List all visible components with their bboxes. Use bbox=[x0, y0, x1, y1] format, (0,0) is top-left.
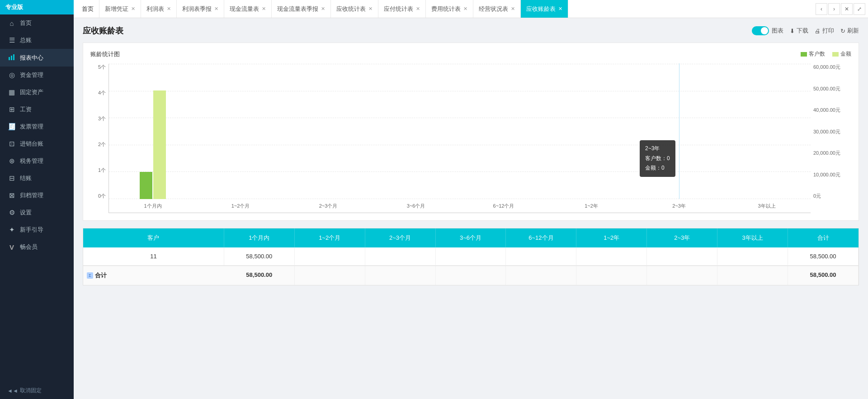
sidebar-item-stock[interactable]: ⊡ 进销台账 bbox=[0, 135, 74, 152]
home-icon: ⌂ bbox=[7, 19, 16, 27]
payroll-icon: ⊞ bbox=[7, 105, 16, 114]
sidebar-item-tax[interactable]: ⊛ 税务管理 bbox=[0, 152, 74, 170]
sidebar-item-archive[interactable]: ⊠ 归档管理 bbox=[0, 187, 74, 204]
guide-icon: ✦ bbox=[7, 226, 16, 234]
tab-label: 现金流量表 bbox=[230, 5, 259, 13]
tab-close-icon[interactable]: ✕ bbox=[131, 6, 135, 12]
sidebar-item-label: 固定资产 bbox=[20, 88, 43, 96]
tab-close-icon[interactable]: ✕ bbox=[368, 6, 373, 12]
print-button[interactable]: 🖨 打印 bbox=[815, 27, 834, 35]
th-month36: 3~6个月 bbox=[436, 228, 506, 247]
customer-bar-0[interactable] bbox=[140, 172, 152, 199]
refresh-button[interactable]: ↻ 刷新 bbox=[840, 27, 859, 35]
sidebar-item-assets[interactable]: ▦ 固定资产 bbox=[0, 84, 74, 101]
refresh-label: 刷新 bbox=[847, 27, 859, 35]
tab-profit-quarter[interactable]: 利润表季报 ✕ bbox=[177, 0, 224, 18]
sidebar-item-guide[interactable]: ✦ 新手引导 bbox=[0, 221, 74, 238]
td-year3plus bbox=[717, 247, 788, 265]
tab-label: 首页 bbox=[82, 5, 94, 13]
toggle-track[interactable] bbox=[752, 26, 769, 35]
table-footer: Σ 合计 58,500.00 58,500.00 bbox=[83, 266, 859, 285]
sidebar-item-vip[interactable]: V 畅会员 bbox=[0, 238, 74, 256]
tab-home[interactable]: 首页 bbox=[76, 0, 99, 18]
bar-group-0 bbox=[109, 90, 197, 199]
legend-amount-color bbox=[832, 52, 839, 57]
tab-aging[interactable]: 应收账龄表 ✕ bbox=[521, 0, 568, 18]
tab-close-icon[interactable]: ✕ bbox=[321, 6, 325, 12]
footer-year3plus bbox=[717, 266, 788, 285]
sidebar-item-label: 设置 bbox=[20, 209, 32, 217]
td-year12 bbox=[576, 247, 647, 265]
print-label: 打印 bbox=[822, 27, 834, 35]
sidebar-item-settings[interactable]: ⚙ 设置 bbox=[0, 204, 74, 221]
footer-month1: 58,500.00 bbox=[224, 266, 295, 285]
tab-close-icon[interactable]: ✕ bbox=[416, 6, 420, 12]
download-button[interactable]: ⬇ 下载 bbox=[790, 27, 808, 35]
y-right-label: 0元 bbox=[813, 193, 821, 200]
collapse-sidebar-button[interactable]: ◄◄ 取消固定 bbox=[0, 382, 74, 399]
sidebar-item-label: 畅会员 bbox=[20, 243, 38, 251]
y-right-label: 20,000.00元 bbox=[813, 150, 840, 157]
x-label-3: 3~6个月 bbox=[372, 199, 460, 213]
tab-next-button[interactable]: › bbox=[828, 3, 840, 15]
footer-year12 bbox=[576, 266, 647, 285]
tab-label: 应收账龄表 bbox=[526, 5, 556, 13]
tab-voucher[interactable]: 新增凭证 ✕ bbox=[99, 0, 141, 18]
tab-cashflow[interactable]: 现金流量表 ✕ bbox=[224, 0, 272, 18]
th-month1: 1个月内 bbox=[224, 228, 295, 247]
sigma-icon: Σ bbox=[87, 272, 93, 279]
sidebar-item-funds[interactable]: ◎ 资金管理 bbox=[0, 66, 74, 84]
sidebar-item-label: 结账 bbox=[20, 174, 32, 182]
chart-toggle[interactable]: 图表 bbox=[752, 26, 783, 35]
y-axis-right: 60,000.00元 50,000.00元 40,000.00元 30,000.… bbox=[811, 64, 851, 213]
tab-prev-button[interactable]: ‹ bbox=[816, 3, 827, 15]
sidebar-item-label: 归档管理 bbox=[20, 191, 43, 200]
sidebar-item-label: 工资 bbox=[20, 105, 32, 114]
tab-expense-stat[interactable]: 费用统计表 ✕ bbox=[426, 0, 473, 18]
collapse-label: 取消固定 bbox=[20, 387, 42, 394]
amount-bar-0[interactable] bbox=[153, 90, 166, 199]
tab-close-icon[interactable]: ✕ bbox=[214, 6, 218, 12]
tab-payable-stat[interactable]: 应付统计表 ✕ bbox=[378, 0, 426, 18]
print-icon: 🖨 bbox=[815, 28, 821, 34]
sidebar-item-payroll[interactable]: ⊞ 工资 bbox=[0, 101, 74, 118]
table-row: 11 58,500.00 58,500.00 bbox=[83, 247, 859, 266]
th-year3plus: 3年以上 bbox=[717, 228, 788, 247]
vip-icon: V bbox=[7, 243, 16, 251]
sidebar-item-reports[interactable]: 报表中心 bbox=[0, 49, 74, 66]
tab-close-icon[interactable]: ✕ bbox=[262, 6, 266, 12]
tab-business-stat[interactable]: 经营状况表 ✕ bbox=[473, 0, 521, 18]
tab-close-all-button[interactable]: ✕ bbox=[841, 3, 853, 15]
x-label-0: 1个月内 bbox=[109, 199, 197, 213]
svg-rect-1 bbox=[11, 56, 12, 60]
tab-receivable-stat[interactable]: 应收统计表 ✕ bbox=[331, 0, 378, 18]
tab-close-icon[interactable]: ✕ bbox=[558, 6, 562, 12]
sidebar-item-label: 发票管理 bbox=[20, 123, 43, 131]
td-customer: 11 bbox=[83, 247, 224, 265]
chart-legend: 客户数 金额 bbox=[801, 50, 851, 58]
sidebar-item-invoice[interactable]: 🧾 发票管理 bbox=[0, 118, 74, 135]
sidebar-item-ledger[interactable]: ☰ 总账 bbox=[0, 32, 74, 49]
y-right-label: 50,000.00元 bbox=[813, 86, 840, 92]
th-year12: 1~2年 bbox=[576, 228, 647, 247]
sidebar-item-label: 进销台账 bbox=[20, 140, 43, 148]
tab-close-icon[interactable]: ✕ bbox=[511, 6, 515, 12]
y-right-label: 60,000.00元 bbox=[813, 64, 840, 71]
sidebar-item-home[interactable]: ⌂ 首页 bbox=[0, 14, 74, 32]
footer-month612 bbox=[506, 266, 576, 285]
td-year23 bbox=[647, 247, 717, 265]
tab-close-icon[interactable]: ✕ bbox=[463, 6, 467, 12]
tab-profit[interactable]: 利润表 ✕ bbox=[141, 0, 177, 18]
collapse-icon: ◄◄ bbox=[7, 388, 18, 394]
x-label-1: 1~2个月 bbox=[197, 199, 284, 213]
th-month612: 6~12个月 bbox=[506, 228, 576, 247]
x-label-4: 6~12个月 bbox=[460, 199, 547, 213]
sidebar-item-close[interactable]: ⊟ 结账 bbox=[0, 170, 74, 187]
page-header: 应收账龄表 图表 ⬇ 下载 🖨 打印 ↻ 刷新 bbox=[83, 25, 859, 36]
tab-cashflow-quarter[interactable]: 现金流量表季报 ✕ bbox=[272, 0, 331, 18]
legend-customer-color bbox=[801, 52, 807, 57]
tab-close-icon[interactable]: ✕ bbox=[167, 6, 171, 12]
x-label-5: 1~2年 bbox=[547, 199, 635, 213]
tab-expand-button[interactable]: ⤢ bbox=[854, 3, 865, 15]
chart-title: 账龄统计图 bbox=[90, 50, 851, 58]
